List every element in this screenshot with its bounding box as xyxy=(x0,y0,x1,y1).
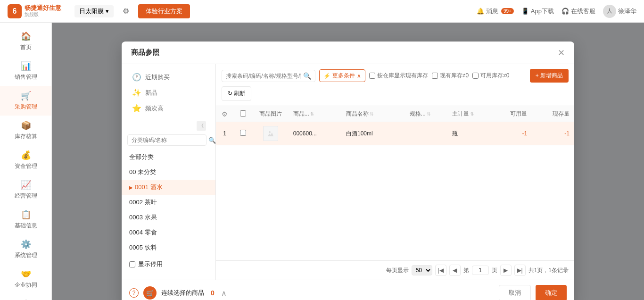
col-header-code: 商品... ⇅ xyxy=(289,106,341,122)
category-search-input[interactable] xyxy=(127,134,206,146)
code-sort-icon[interactable]: ⇅ xyxy=(310,111,314,117)
more-filters-button[interactable]: ⚡ 更多条件 ∧ xyxy=(319,69,365,82)
last-page-button[interactable]: ▶| xyxy=(514,265,526,276)
unit-sort-icon[interactable]: ⇅ xyxy=(470,111,474,117)
show-disabled-row: 显示停用 xyxy=(122,254,215,274)
filter-icon: ⚡ xyxy=(323,73,330,79)
cat-liquor-label: 0001 酒水 xyxy=(135,183,163,192)
product-table: ⚙ 商品图片 商品... xyxy=(216,106,574,145)
table-row[interactable]: 1 000600... 白酒100ml 瓶 -1 -1 xyxy=(216,122,574,145)
new-icon: ✨ xyxy=(132,88,141,97)
footer-collapse-icon[interactable]: ∧ xyxy=(221,289,227,298)
page-label: 第 xyxy=(463,267,469,275)
current-stock-checkbox[interactable] xyxy=(432,73,438,79)
avail-stock-checkbox[interactable] xyxy=(472,73,479,79)
cat-snack[interactable]: 0004 零食 xyxy=(122,225,215,240)
product-search-wrap: 🔍 xyxy=(222,70,315,82)
name-sort-icon[interactable]: ⇅ xyxy=(370,111,373,117)
sidebar-item-home[interactable]: 🏠 首页 xyxy=(0,26,51,56)
cat-snack-label: 0004 零食 xyxy=(129,228,157,237)
select-all-checkbox[interactable] xyxy=(240,110,246,117)
sidebar-item-purchase-label: 采购管理 xyxy=(15,103,37,111)
cat-beverage[interactable]: 0005 饮料 xyxy=(122,240,215,254)
row-avail: -1 xyxy=(489,122,532,145)
sidebar-item-sales-label: 销售管理 xyxy=(15,73,37,81)
cat-all[interactable]: 全部分类 xyxy=(122,150,215,165)
cat-fruit[interactable]: 0003 水果 xyxy=(122,210,215,225)
store-name: 日太阳膜 xyxy=(79,7,104,16)
cat-uncategorized[interactable]: 00 未分类 xyxy=(122,165,215,180)
sidebar-item-operations-label: 经营管理 xyxy=(15,192,37,200)
notification-label: 消息 xyxy=(486,7,498,16)
top-navbar: 6 畅捷通好生意 旗舰版 日太阳膜 ▾ ⚙ 体验行业方案 🔔 消息 99+ 📱 … xyxy=(0,0,644,23)
confirm-button[interactable]: 确定 xyxy=(536,285,567,300)
add-product-button[interactable]: + 新增商品 xyxy=(530,69,569,83)
sidebar-item-system[interactable]: ⚙️ 系统管理 xyxy=(0,234,51,264)
bell-icon: 🔔 xyxy=(477,8,484,15)
sidebar-item-enterprise[interactable]: 🤝 企业协同 xyxy=(0,264,51,294)
category-list: 全部分类 00 未分类 ▶ 0001 酒水 0002 茶叶 xyxy=(122,150,215,254)
basics-icon: 📋 xyxy=(21,209,31,220)
category-search-icon[interactable]: 🔍 xyxy=(208,137,216,144)
spec-sort-icon[interactable]: ⇅ xyxy=(427,111,430,117)
product-search-input[interactable] xyxy=(226,73,301,79)
new-products-tab[interactable]: ✨ 新品 xyxy=(127,85,210,100)
cart-icon[interactable]: 🛒 xyxy=(143,286,157,300)
row-image xyxy=(252,122,288,145)
user-item[interactable]: 人 徐泽华 xyxy=(603,5,636,18)
sidebar-item-finance-label: 资金管理 xyxy=(15,162,37,170)
sidebar-item-basics[interactable]: 📋 基础信息 xyxy=(0,205,51,234)
avail-stock-checkbox-label[interactable]: 可用库存≠0 xyxy=(472,72,509,80)
sidebar-item-inventory[interactable]: 📦 库存核算 xyxy=(0,116,51,145)
sidebar-item-sales[interactable]: 📊 销售管理 xyxy=(0,56,51,86)
main-content: 商品参照 ✕ 🕐 近期购买 ✨ xyxy=(52,23,644,300)
panel-collapse-button[interactable]: 《 xyxy=(197,121,206,131)
cat-liquor[interactable]: ▶ 0001 酒水 xyxy=(122,180,215,195)
show-disabled-checkbox[interactable] xyxy=(129,261,135,267)
notification-item[interactable]: 🔔 消息 99+ xyxy=(477,7,514,16)
sidebar-item-guide[interactable]: 🎓 新手引导 xyxy=(0,294,51,300)
sidebar-item-purchase[interactable]: 🛒 采购管理 xyxy=(0,86,51,116)
sidebar-item-finance[interactable]: 💰 资金管理 xyxy=(0,145,51,175)
cancel-button[interactable]: 取消 xyxy=(499,285,531,300)
modal-footer: ? 🛒 连续选择的商品 0 ∧ 取消 确定 xyxy=(122,280,574,300)
gear-icon[interactable]: ⚙ xyxy=(119,5,132,18)
row-checkbox[interactable] xyxy=(240,130,246,136)
online-service-label: 在线客服 xyxy=(571,7,595,16)
quick-tabs: 🕐 近期购买 ✨ 新品 ⭐ 频次高 xyxy=(122,70,215,116)
next-page-button[interactable]: ▶ xyxy=(500,265,512,276)
online-service-item[interactable]: 🎧 在线客服 xyxy=(561,7,595,16)
cat-all-label: 全部分类 xyxy=(129,153,154,161)
warehouse-stock-checkbox[interactable] xyxy=(369,73,375,79)
warehouse-stock-checkbox-label[interactable]: 按仓库显示现有库存 xyxy=(369,72,428,80)
row-spec xyxy=(405,122,447,145)
product-search-icon[interactable]: 🔍 xyxy=(303,72,311,80)
app-download-item[interactable]: 📱 App下载 xyxy=(521,7,554,16)
modal-close-button[interactable]: ✕ xyxy=(558,49,565,57)
page-size-select[interactable]: 50 xyxy=(412,265,432,275)
store-selector[interactable]: 日太阳膜 ▾ xyxy=(74,5,114,17)
current-stock-checkbox-label[interactable]: 现有库存≠0 xyxy=(432,72,469,80)
modal-header: 商品参照 ✕ xyxy=(122,42,574,64)
sales-icon: 📊 xyxy=(21,61,31,71)
main-layout: 🏠 首页 📊 销售管理 🛒 采购管理 📦 库存核算 💰 资金管理 📈 经营管理 … xyxy=(0,23,644,300)
cat-beverage-label: 0005 饮料 xyxy=(129,243,157,252)
page-number-input[interactable] xyxy=(472,266,489,275)
logo-sub: 旗舰版 xyxy=(25,11,61,18)
table-settings-icon[interactable]: ⚙ xyxy=(222,110,228,118)
app-download-label: App下载 xyxy=(531,7,554,16)
frequent-tab[interactable]: ⭐ 频次高 xyxy=(127,101,210,116)
recent-purchase-label: 近期购买 xyxy=(145,73,170,82)
cat-tea[interactable]: 0002 茶叶 xyxy=(122,195,215,210)
trial-button[interactable]: 体验行业方案 xyxy=(138,4,190,18)
pagination: 每页显示 50 |◀ ◀ 第 页 ▶ ▶| 共1页，1条记录 xyxy=(216,260,574,280)
headset-icon: 🎧 xyxy=(561,8,569,15)
help-icon[interactable]: ? xyxy=(129,288,139,298)
row-checkbox-cell[interactable] xyxy=(233,122,252,145)
refresh-button[interactable]: ↻ 刷新 xyxy=(222,86,251,101)
prev-page-button[interactable]: ◀ xyxy=(449,265,461,276)
sidebar-item-operations[interactable]: 📈 经营管理 xyxy=(0,175,51,205)
recent-purchase-tab[interactable]: 🕐 近期购买 xyxy=(127,70,210,84)
first-page-button[interactable]: |◀ xyxy=(435,265,446,276)
sidebar-item-basics-label: 基础信息 xyxy=(15,222,37,230)
